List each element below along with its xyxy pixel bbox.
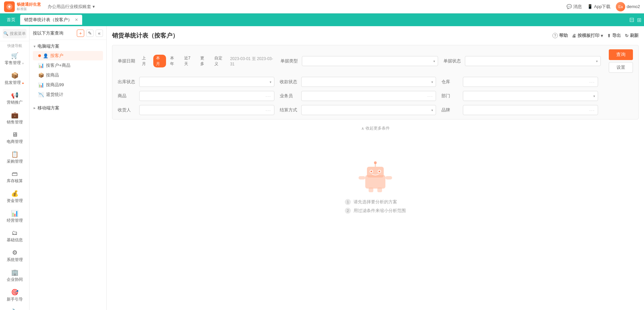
warehouse-input[interactable]: ···	[463, 77, 598, 87]
out-status-label: 出库状态	[118, 79, 137, 85]
industry-selector[interactable]: 办公用品行业模拟账套 ▾	[48, 4, 95, 10]
sidebar-item-wholesale[interactable]: 📦 批发管理 ▲	[1, 69, 28, 88]
app-download-btn[interactable]: 📱 App下载	[587, 4, 610, 10]
refresh-btn[interactable]: ↻ 刷新	[625, 33, 639, 39]
recipient-input[interactable]: ···	[139, 105, 274, 115]
sidebar-item-retail[interactable]: 🛒 零售管理 ▲	[1, 49, 28, 68]
sidebar-item-operation[interactable]: 📊 经营管理	[1, 207, 28, 226]
sidebar-item-marketing[interactable]: 📢 营销推广	[1, 89, 28, 108]
sidebar-item-apps[interactable]: 🔧 应用中心	[1, 306, 28, 310]
scheme-group-desktop-header[interactable]: ▼ 电脑端方案	[33, 42, 103, 51]
by-customer-product-icon: 📊	[38, 63, 44, 68]
sidebar-item-enterprise[interactable]: 🏢 企业协同	[1, 266, 28, 285]
by-product-99-label: 按商品99	[46, 82, 64, 88]
sidebar-item-base[interactable]: 🗂 基础信息	[1, 227, 28, 246]
salesperson-dots-icon[interactable]: ···	[428, 94, 433, 99]
scheme-item-by-customer-product[interactable]: 📊 按客户+商品	[33, 61, 103, 70]
filter-date-item: 单据日期 上月 本月 本年 近7天 更多 自定义 20	[118, 55, 275, 67]
empty-tips: 1 请先选择要分析的方案 2 用过滤条件来缩小分析范围	[345, 199, 406, 214]
svg-rect-12	[377, 188, 382, 192]
print-arrow-icon: ▾	[601, 33, 603, 38]
date-tab-7days[interactable]: 近7天	[181, 55, 196, 67]
content-area: 按以下方案查询 + ✎ « ▼ 电脑端方案 👤 按客户	[30, 26, 644, 310]
collection-status-select[interactable]: ▾	[301, 77, 436, 87]
newbie-label: 新手引导	[7, 297, 23, 302]
sidebar-item-ecommerce[interactable]: 🖥 电商管理	[1, 128, 28, 147]
collapse-bar[interactable]: ∧ 收起更多条件	[112, 123, 639, 133]
sidebar-item-sales[interactable]: 💼 销售管理	[1, 109, 28, 128]
brand-input[interactable]: ···	[463, 105, 598, 115]
operation-icon: 📊	[11, 210, 18, 217]
department-select[interactable]: ▾	[463, 91, 598, 101]
user-avatar-text: Ea	[619, 5, 623, 9]
date-tab-custom[interactable]: 自定义	[212, 55, 228, 67]
page-title-actions: ? 帮助 🖨 按模板打印 ▾ ⬆ 导出 ↻ 刷新	[552, 33, 639, 39]
help-btn[interactable]: ? 帮助	[552, 33, 568, 39]
out-status-select[interactable]: ▾	[139, 77, 274, 87]
tip-text-1: 请先选择要分析的方案	[354, 199, 397, 205]
print-btn[interactable]: 🖨 按模板打印 ▾	[572, 33, 603, 39]
page-title-area: 销货单统计表（按客户） ? 帮助 🖨 按模板打印 ▾ ⬆ 导出	[112, 32, 639, 40]
recipient-dots-icon[interactable]: ···	[266, 108, 271, 113]
svg-rect-11	[369, 188, 373, 192]
out-status-chevron-icon: ▾	[270, 80, 271, 84]
date-tab-last-month[interactable]: 上月	[139, 55, 152, 67]
system-icon: ⚙	[12, 249, 17, 256]
scheme-item-return-stats[interactable]: 📉 退货统计	[33, 90, 103, 99]
date-tab-this-month[interactable]: 本月	[153, 55, 166, 67]
inventory-label: 库存核算	[7, 178, 23, 184]
product-dots-icon[interactable]: ···	[266, 94, 271, 99]
search-menu-label: 搜索菜单	[10, 31, 26, 37]
mobile-group-label: 移动端方案	[38, 105, 59, 111]
page-title-text: 销货单统计表（按客户）	[112, 32, 178, 40]
salesperson-label: 业务员	[280, 93, 299, 99]
department-label: 部门	[441, 93, 460, 99]
scheme-item-by-product[interactable]: 📦 按商品	[33, 70, 103, 80]
order-type-select[interactable]: ▾	[302, 56, 438, 66]
export-btn[interactable]: ⬆ 导出	[607, 33, 621, 39]
settlement-select[interactable]: ▾	[301, 105, 436, 115]
warehouse-dots-icon[interactable]: ···	[589, 80, 595, 85]
filter-out-status-item: 出库状态 ▾	[118, 77, 274, 87]
enterprise-label: 企业协同	[7, 277, 23, 282]
user-area[interactable]: Ea demo2	[616, 2, 640, 11]
sidebar-item-finance[interactable]: 💰 资金管理	[1, 187, 28, 206]
date-tab-more[interactable]: 更多	[198, 55, 210, 67]
search-menu-btn[interactable]: 🔍 搜索菜单	[3, 29, 26, 38]
salesperson-input[interactable]: ···	[301, 91, 436, 101]
collapse-label: 收起更多条件	[366, 125, 390, 131]
sidebar-item-system[interactable]: ⚙ 系统管理	[1, 246, 28, 265]
scheme-edit-btn[interactable]: ✎	[86, 30, 94, 37]
tab-sales-report[interactable]: 销货单统计表（按客户） ✕	[20, 15, 82, 25]
purchase-label: 采购管理	[7, 159, 23, 164]
svg-rect-9	[359, 176, 365, 179]
product-input[interactable]: ···	[139, 91, 274, 101]
scheme-add-btn[interactable]: +	[77, 30, 84, 37]
order-status-chevron-icon: ▾	[596, 59, 598, 63]
finance-icon: 💰	[11, 190, 18, 197]
by-customer-product-label: 按客户+商品	[46, 62, 70, 68]
sales-report-tab-label: 销货单统计表（按客户）	[24, 17, 72, 23]
order-status-select[interactable]: ▾	[465, 56, 601, 66]
base-icon: 🗂	[12, 229, 18, 237]
active-scheme-dot	[38, 54, 41, 57]
tab-home[interactable]: 首页	[3, 15, 19, 25]
scheme-item-by-customer[interactable]: 👤 按客户	[33, 51, 103, 60]
scheme-group-mobile-header[interactable]: ▼ 移动端方案	[33, 104, 103, 112]
scheme-collapse-btn[interactable]: «	[96, 30, 103, 37]
tab-close-icon[interactable]: ✕	[75, 17, 78, 22]
message-btn[interactable]: 💬 消息	[567, 4, 582, 10]
query-btn[interactable]: 查询	[609, 49, 633, 60]
scheme-item-by-product-99[interactable]: 📊 按商品99	[33, 80, 103, 90]
sidebar-item-inventory[interactable]: 🗃 库存核算	[1, 168, 28, 187]
date-tab-this-year[interactable]: 本年	[167, 55, 180, 67]
sidebar-item-purchase[interactable]: 📋 采购管理	[1, 148, 28, 167]
brand-dots-icon[interactable]: ···	[589, 108, 595, 113]
recipient-label: 收货人	[118, 107, 137, 113]
settlement-label: 结算方式	[280, 107, 299, 113]
empty-illustration	[355, 160, 395, 194]
tab-maximize-btn[interactable]: ⊞	[637, 17, 641, 23]
tab-minimize-btn[interactable]: ⊟	[629, 16, 634, 23]
setting-btn[interactable]: 设置	[609, 62, 633, 73]
sidebar-item-newbie[interactable]: 🎯 新手引导	[1, 286, 28, 305]
